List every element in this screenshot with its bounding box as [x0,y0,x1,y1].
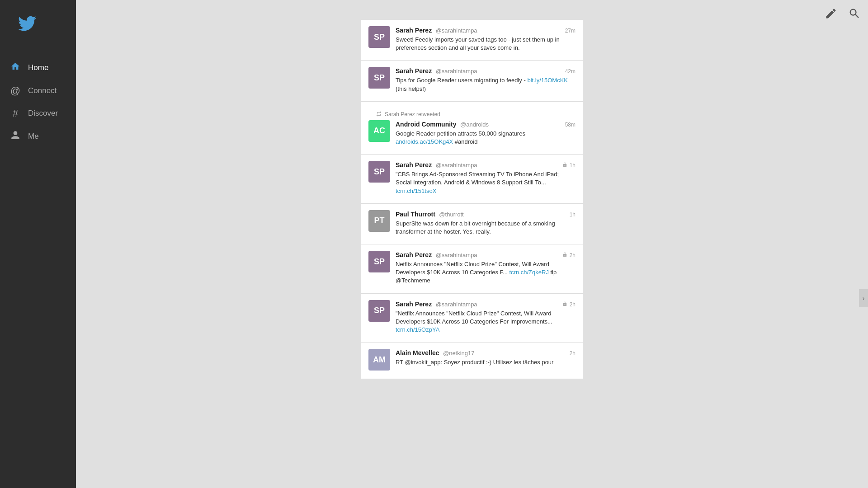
sidebar-item-me[interactable]: Me [0,125,76,148]
retweet-label: Sarah Perez retweeted [385,111,440,117]
tweet-time: 2h [562,301,576,308]
sidebar-item-home-label: Home [28,63,48,72]
time-value: 2h [570,301,576,308]
tweet-card[interactable]: SP Sarah Perez @sarahintampa 27mSweet! F… [361,20,583,61]
tweet-author: Sarah Perez @sarahintampa [396,251,477,259]
tweet-text: "CBS Brings Ad-Sponsored Streaming TV To… [396,170,576,195]
tweet-meta: Sarah Perez @sarahintampa 42m [396,67,576,75]
tweet-meta: Sarah Perez @sarahintampa 27m [396,26,576,34]
tweet-meta: Sarah Perez @sarahintampa 2h [396,251,576,259]
tweet-author: Alain Mevellec @netking17 [396,349,475,357]
tweet-text: Google Reader petition attracts 50,000 s… [396,130,576,146]
tweet-author: Sarah Perez @sarahintampa [396,26,477,34]
tweet-link[interactable]: androids.ac/15OKg4X [396,138,453,145]
author-name: Sarah Perez [396,67,432,75]
tweet-time: 58m [565,122,576,128]
tweet-time: 1h [562,162,576,169]
tweet-link[interactable]: tcrn.ch/151tsoX [396,188,436,194]
avatar: SP [368,161,390,183]
search-button[interactable] [845,5,863,23]
author-name: Alain Mevellec [396,349,439,357]
author-handle: @thurrott [439,211,463,218]
sidebar-item-connect[interactable]: @ Connect [0,80,76,102]
tweet-author: Sarah Perez @sarahintampa [396,300,477,308]
tweet-body: Sarah Perez @sarahintampa 2h Netflix Ann… [396,251,576,285]
main-content: SP Sarah Perez @sarahintampa 27mSweet! F… [76,0,868,488]
author-name: Android Community [396,121,457,128]
author-handle: @netking17 [443,350,475,357]
tweet-author: Android Community @androids [396,120,489,128]
tweet-body: Alain Mevellec @netking17 2hRT @invokit_… [396,349,576,366]
author-name: Sarah Perez [396,27,432,34]
tweet-text: Sweet! Feedly imports your saved tags to… [396,36,576,52]
author-handle: @sarahintampa [436,27,477,34]
author-handle: @sarahintampa [436,252,477,258]
home-icon [9,61,22,74]
author-name: Sarah Perez [396,251,432,258]
tweet-body: Sarah Perez @sarahintampa 1h "CBS Brings… [396,161,576,195]
sidebar-item-me-label: Me [28,132,39,141]
time-value: 2h [570,252,576,258]
tweet-time: 2h [562,252,576,258]
tweet-link[interactable]: tcrn.ch/ZqkeRJ [509,269,548,276]
tweet-card[interactable]: SP Sarah Perez @sarahintampa 2h Netflix … [361,244,583,294]
tweet-card[interactable]: PT Paul Thurrott @thurrott 1hSuperSite w… [361,204,583,244]
tweet-author: Sarah Perez @sarahintampa [396,67,477,75]
sidebar-item-discover-label: Discover [28,109,58,118]
tweet-meta: Sarah Perez @sarahintampa 1h [396,161,576,169]
tweet-card[interactable]: Sarah Perez retweeted AC Android Communi… [361,102,583,155]
tweet-card[interactable]: SP Sarah Perez @sarahintampa 2h "Netflix… [361,294,583,343]
tweet-text: Netflix Announces "Netflix Cloud Prize" … [396,260,576,285]
sidebar-item-discover[interactable]: # Discover [0,102,76,125]
sidebar: Home @ Connect # Discover Me [0,0,76,488]
tweet-text: "Netflix Announces "Netflix Cloud Prize"… [396,310,576,334]
avatar: SP [368,67,390,89]
avatar: PT [368,210,390,232]
at-icon: @ [9,85,22,97]
user-icon [9,130,22,143]
tweet-author: Sarah Perez @sarahintampa [396,161,477,169]
time-value: 1h [570,162,576,169]
tweet-card[interactable]: SP Sarah Perez @sarahintampa 1h "CBS Bri… [361,155,583,204]
tweet-link[interactable]: bit.ly/15OMcKK [527,77,568,84]
tweet-text: RT @invokit_app: Soyez productif :-) Uti… [396,358,576,366]
tweet-card[interactable]: SP Sarah Perez @sarahintampa 42mTips for… [361,61,583,101]
tweet-header: SP Sarah Perez @sarahintampa 27mSweet! F… [368,26,576,52]
tweet-meta: Android Community @androids 58m [396,120,576,128]
author-handle: @sarahintampa [436,301,477,308]
avatar: SP [368,251,390,272]
tweet-header: SP Sarah Perez @sarahintampa 2h "Netflix… [368,300,576,334]
hash-icon: # [9,108,22,119]
tweet-card[interactable]: AM Alain Mevellec @netking17 2hRT @invok… [361,343,583,379]
author-handle: @sarahintampa [436,68,477,75]
avatar: AC [368,120,390,142]
tweet-header: PT Paul Thurrott @thurrott 1hSuperSite w… [368,210,576,236]
avatar: SP [368,300,390,322]
avatar: SP [368,26,390,48]
tweet-header: AM Alain Mevellec @netking17 2hRT @invok… [368,349,576,371]
retweet-bar: Sarah Perez retweeted [368,108,576,118]
lock-icon [562,301,567,308]
author-name: Paul Thurrott [396,211,435,218]
tweet-time: 27m [565,28,576,34]
tweet-author: Paul Thurrott @thurrott [396,210,464,218]
author-handle: @androids [460,121,489,128]
author-handle: @sarahintampa [436,162,477,169]
author-name: Sarah Perez [396,300,432,308]
tweet-header: SP Sarah Perez @sarahintampa 2h Netflix … [368,251,576,285]
tweet-link[interactable]: tcrn.ch/15OzpYA [396,326,439,333]
tweet-header: AC Android Community @androids 58mGoogle… [368,120,576,146]
tweet-body: Android Community @androids 58mGoogle Re… [396,120,576,146]
author-name: Sarah Perez [396,161,432,169]
top-bar [822,5,863,23]
tweet-time: 42m [565,68,576,75]
tweet-feed: SP Sarah Perez @sarahintampa 27mSweet! F… [361,20,583,488]
sidebar-item-connect-label: Connect [28,86,57,95]
right-chevron[interactable]: › [859,289,868,307]
tweet-time: 2h [570,350,576,357]
sidebar-item-home[interactable]: Home [0,56,76,80]
tweet-meta: Sarah Perez @sarahintampa 2h [396,300,576,308]
lock-icon [562,252,567,258]
compose-button[interactable] [822,5,840,23]
lock-icon [562,162,567,169]
